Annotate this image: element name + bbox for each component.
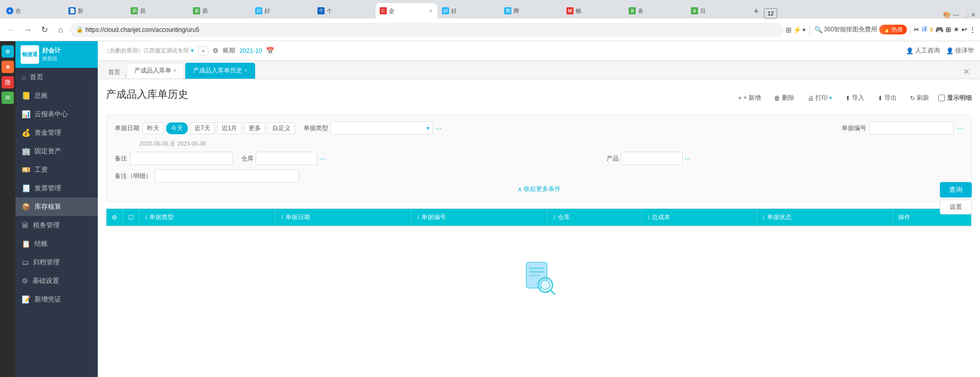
sidebar-item-closing[interactable]: 📋 结账 bbox=[15, 235, 98, 253]
number-dots-button[interactable]: ··· bbox=[957, 124, 963, 132]
tab-3[interactable]: 易 易 bbox=[127, 3, 188, 19]
print-button[interactable]: 🖨 打印 ▾ bbox=[804, 92, 836, 104]
type-select[interactable]: ▾ bbox=[330, 121, 433, 135]
tab-2[interactable]: 📄 新 bbox=[64, 3, 126, 19]
home-button[interactable]: ⌂ bbox=[54, 23, 68, 37]
search-row-1: 单据日期 昨天 今天 近7天 近1月 更多 自定义 单据类型 bbox=[115, 121, 963, 135]
sun-icon[interactable]: ☀ bbox=[953, 26, 959, 33]
settings-button[interactable]: 设置 bbox=[940, 200, 972, 214]
translate-icon[interactable]: 译 bbox=[921, 25, 928, 34]
export-button[interactable]: ⬇ 导出 bbox=[874, 92, 901, 104]
hot-search[interactable]: 🔥 热搜 bbox=[879, 25, 907, 34]
tab-10[interactable]: M 畅 bbox=[562, 3, 624, 19]
settings-gear-button[interactable]: ⚙ bbox=[212, 47, 219, 55]
warehouse-select[interactable] bbox=[256, 152, 317, 165]
tab-12[interactable]: S 目 bbox=[687, 3, 749, 19]
grid-icon[interactable]: ⊞ bbox=[786, 26, 792, 34]
th-settings[interactable]: ⚙ bbox=[106, 209, 123, 226]
sidebar-item-reports[interactable]: 📊 云报表中心 bbox=[15, 105, 98, 123]
user-name[interactable]: 👤 徐泽华 bbox=[946, 46, 974, 55]
new-tab-button[interactable]: + bbox=[749, 4, 763, 19]
show-cols-checkbox-label[interactable]: 显示明细 bbox=[938, 94, 972, 102]
date-btn-more[interactable]: 更多 bbox=[244, 122, 265, 134]
product-select[interactable] bbox=[621, 152, 683, 165]
tab-7-close[interactable]: × bbox=[428, 7, 433, 15]
address-bar[interactable]: 🔒 https://cloud.chanjet.com/accounting/u… bbox=[70, 23, 783, 37]
delete-button[interactable]: 🗑 删除 bbox=[770, 92, 798, 104]
sidebar-item-newvoucher[interactable]: 📝 新增凭证 bbox=[15, 290, 98, 309]
sidebar-item-fixed[interactable]: 🏢 固定资产 bbox=[15, 142, 98, 160]
date-btn-7days[interactable]: 近7天 bbox=[190, 122, 215, 134]
tab-9[interactable]: 腾 腾 bbox=[500, 3, 562, 19]
company-select[interactable]: （勿删勿禁用）江西服宝测试专用 ▾ bbox=[104, 47, 194, 55]
calendar-icon[interactable]: 📅 bbox=[266, 47, 274, 55]
type-dots-button[interactable]: ··· bbox=[435, 124, 441, 132]
refresh-button[interactable]: ↻ bbox=[37, 23, 51, 37]
date-btn-custom[interactable]: 自定义 bbox=[268, 122, 295, 134]
sidebar-item-archive[interactable]: 🗂 归档管理 bbox=[15, 253, 98, 272]
panel-close-button[interactable]: ✕ bbox=[959, 65, 974, 79]
window-restore[interactable]: ⬜ bbox=[961, 11, 969, 19]
dock-icon-1[interactable]: ⊕ bbox=[2, 45, 14, 58]
dock-icon-4[interactable]: ✉ bbox=[2, 92, 14, 104]
remark-input[interactable] bbox=[130, 152, 233, 165]
show-cols-checkbox[interactable] bbox=[938, 95, 945, 101]
sidebar-item-tax[interactable]: 🏛 税务管理 bbox=[15, 216, 98, 235]
page-tab-history[interactable]: 产成品入库单历史 × bbox=[185, 63, 255, 79]
dropdown-icon[interactable]: ▾ bbox=[803, 26, 806, 33]
th-warehouse[interactable]: ↕ 仓库 bbox=[547, 209, 642, 226]
warehouse-dots-button[interactable]: ··· bbox=[319, 154, 326, 163]
dock-icon-2[interactable]: ★ bbox=[2, 61, 14, 73]
add-button[interactable]: + + 新增 bbox=[734, 92, 765, 104]
page-tab-list-close[interactable]: × bbox=[173, 68, 176, 74]
tab-1[interactable]: ● 在 bbox=[2, 3, 64, 19]
add-company-button[interactable]: + bbox=[198, 46, 208, 56]
sidebar-item-ledger[interactable]: 📒 总账 bbox=[15, 86, 98, 105]
sidebar-item-inventory[interactable]: 📦 库存核算 bbox=[15, 198, 98, 216]
window-minimize[interactable]: — bbox=[953, 11, 959, 19]
number-input[interactable] bbox=[869, 121, 954, 135]
th-total-cost[interactable]: ↕ 总成本 bbox=[642, 209, 757, 226]
sidebar-item-basic[interactable]: ⚙ 基础设置 bbox=[15, 272, 98, 290]
user-service[interactable]: 👤 人工咨询 bbox=[906, 46, 940, 55]
tab-7[interactable]: C 企 × bbox=[376, 3, 437, 19]
layout-icon[interactable]: ⊞ bbox=[946, 26, 951, 33]
import-button[interactable]: ⬆ 导入 bbox=[841, 92, 868, 104]
th-number[interactable]: ↕ 单据编号 bbox=[411, 209, 547, 226]
dock-icon-3[interactable]: 微 bbox=[2, 76, 14, 88]
tab-11[interactable]: 各 各 bbox=[625, 3, 686, 19]
tab-4[interactable]: 易 易 bbox=[189, 3, 251, 19]
product-dots-button[interactable]: ··· bbox=[685, 154, 691, 163]
undo-icon[interactable]: ↩ bbox=[961, 26, 967, 33]
lightning-icon[interactable]: ⚡ bbox=[793, 26, 801, 34]
date-btn-yesterday[interactable]: 昨天 bbox=[142, 122, 164, 134]
sidebar-item-home[interactable]: ⌂ 首页 bbox=[15, 68, 98, 86]
collapse-bar[interactable]: ∧ 收起更多条件 bbox=[115, 183, 963, 195]
date-btn-1month[interactable]: 近1月 bbox=[217, 122, 242, 134]
remark2-input[interactable] bbox=[155, 169, 299, 183]
page-tab-history-close[interactable]: × bbox=[244, 68, 247, 74]
sidebar-item-funds[interactable]: 💰 资金管理 bbox=[15, 123, 98, 142]
tab-6[interactable]: 个 个 bbox=[313, 3, 375, 19]
window-close[interactable]: ✕ bbox=[971, 11, 976, 19]
sidebar-item-invoice[interactable]: 🧾 发票管理 bbox=[15, 179, 98, 198]
tab-8[interactable]: 好 好 bbox=[438, 3, 500, 19]
th-checkbox[interactable]: ☐ bbox=[123, 209, 139, 226]
breadcrumb-home[interactable]: 首页 bbox=[104, 66, 124, 79]
refresh-button[interactable]: ↻ 刷新 bbox=[906, 92, 933, 104]
page-tab-list[interactable]: 产成品入库单 × bbox=[127, 63, 184, 79]
tab-5[interactable]: 好 好 bbox=[251, 3, 313, 19]
game-icon[interactable]: 🎮 bbox=[935, 26, 943, 33]
th-status[interactable]: ↕ 单据状态 bbox=[757, 209, 893, 226]
sidebar-item-payroll[interactable]: 💴 工资 bbox=[15, 160, 98, 179]
date-btn-today[interactable]: 今天 bbox=[166, 122, 188, 134]
th-date[interactable]: ↕ 单据日期 bbox=[275, 209, 411, 226]
yuan-icon[interactable]: ¥ bbox=[930, 26, 933, 33]
more-settings-icon[interactable]: ⋮ bbox=[969, 26, 976, 33]
th-type[interactable]: ↕ 单据类型 bbox=[139, 209, 275, 226]
customize-chrome-icon[interactable]: 🎨 bbox=[943, 11, 951, 19]
forward-button[interactable]: → bbox=[21, 23, 35, 37]
back-button[interactable]: ← bbox=[4, 23, 19, 37]
query-button[interactable]: 查询 bbox=[940, 182, 972, 198]
scissors-icon[interactable]: ✂ bbox=[914, 26, 919, 33]
